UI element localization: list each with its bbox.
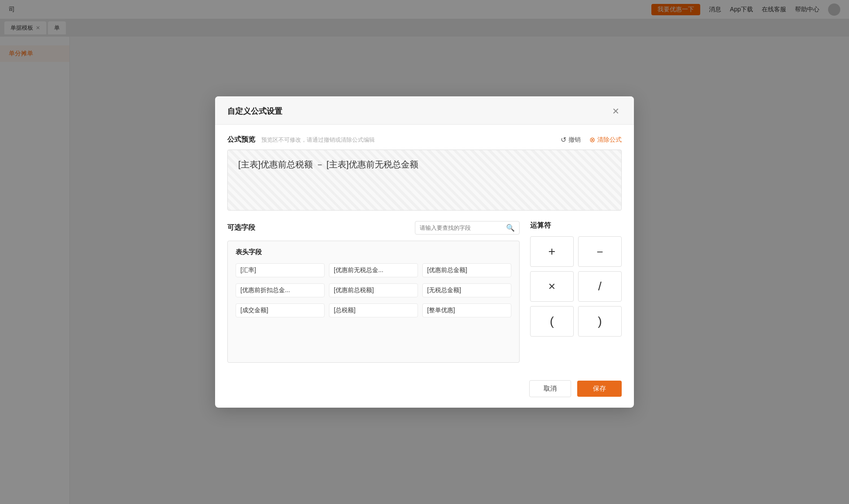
- formula-preview-box: [主表]优惠前总税额 － [主表]优惠前无税总金额: [227, 150, 622, 211]
- fields-panel: 可选字段 🔍 表头字段 [汇率][优惠前无税总金...[优惠前总金额][优惠前折…: [227, 221, 520, 363]
- custom-formula-dialog: 自定义公式设置 ✕ 公式预览 预览区不可修改，请通过撤销或清除公式编辑 ↺ 撤销…: [215, 96, 634, 408]
- field-search-box[interactable]: 🔍: [415, 221, 520, 235]
- field-item[interactable]: [总税额]: [329, 303, 418, 317]
- clear-label: 清除公式: [597, 136, 622, 144]
- dialog-header: 自定义公式设置 ✕: [215, 96, 634, 125]
- formula-actions: ↺ 撤销 ⊗ 清除公式: [561, 136, 622, 144]
- fields-group-title: 表头字段: [236, 248, 511, 256]
- field-item[interactable]: [汇率]: [236, 263, 325, 277]
- clear-icon: ⊗: [589, 136, 595, 144]
- dialog-close-button[interactable]: ✕: [609, 105, 622, 117]
- undo-label: 撤销: [568, 136, 581, 144]
- operator-button[interactable]: /: [578, 271, 622, 302]
- operator-button[interactable]: (: [530, 306, 574, 337]
- operator-button[interactable]: ×: [530, 271, 574, 302]
- field-item[interactable]: [优惠前总税额]: [329, 283, 418, 297]
- fields-list-box: 表头字段 [汇率][优惠前无税总金...[优惠前总金额][优惠前折扣总金...[…: [227, 241, 520, 363]
- field-item[interactable]: [优惠前折扣总金...: [236, 283, 325, 297]
- field-item[interactable]: [优惠前总金额]: [422, 263, 511, 277]
- operators-panel: 运算符 +－×/(): [530, 221, 622, 363]
- field-item[interactable]: [成交金额]: [236, 303, 325, 317]
- formula-preview-header: 公式预览 预览区不可修改，请通过撤销或清除公式编辑 ↺ 撤销 ⊗ 清除公式: [227, 135, 622, 144]
- operators-grid: +－×/(): [530, 236, 622, 337]
- dialog-body: 公式预览 预览区不可修改，请通过撤销或清除公式编辑 ↺ 撤销 ⊗ 清除公式 [主…: [215, 125, 634, 373]
- cancel-button[interactable]: 取消: [529, 380, 571, 397]
- undo-button[interactable]: ↺ 撤销: [561, 136, 581, 144]
- fields-grid: [汇率][优惠前无税总金...[优惠前总金额][优惠前折扣总金...[优惠前总税…: [236, 263, 511, 317]
- formula-text: [主表]优惠前总税额 － [主表]优惠前无税总金额: [238, 159, 418, 170]
- fields-label: 可选字段: [227, 223, 255, 232]
- operator-button[interactable]: ): [578, 306, 622, 337]
- dialog-title: 自定义公式设置: [227, 106, 282, 116]
- fields-header: 可选字段 🔍: [227, 221, 520, 235]
- save-button[interactable]: 保存: [577, 381, 622, 397]
- field-item[interactable]: [整单优惠]: [422, 303, 511, 317]
- operators-label: 运算符: [530, 221, 622, 230]
- operator-button[interactable]: －: [578, 236, 622, 267]
- search-icon: 🔍: [506, 224, 515, 232]
- field-search-input[interactable]: [420, 225, 506, 231]
- formula-preview-label: 公式预览: [227, 135, 255, 144]
- operator-button[interactable]: +: [530, 236, 574, 267]
- undo-icon: ↺: [561, 136, 566, 144]
- lower-section: 可选字段 🔍 表头字段 [汇率][优惠前无税总金...[优惠前总金额][优惠前折…: [227, 221, 622, 363]
- field-item[interactable]: [无税总金额]: [422, 283, 511, 297]
- formula-preview-hint: 预览区不可修改，请通过撤销或清除公式编辑: [261, 136, 375, 144]
- dialog-footer: 取消 保存: [215, 373, 634, 408]
- clear-formula-button[interactable]: ⊗ 清除公式: [589, 136, 622, 144]
- field-item[interactable]: [优惠前无税总金...: [329, 263, 418, 277]
